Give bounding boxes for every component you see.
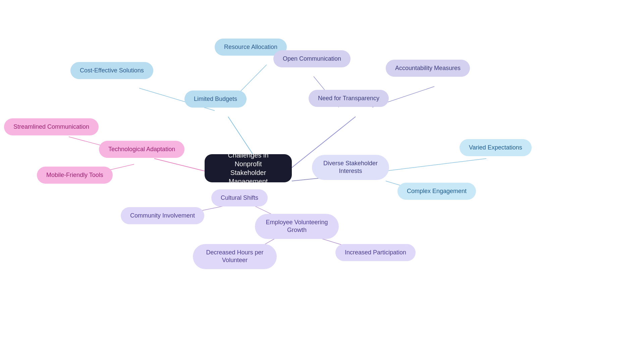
node-label: Increased Participation [345,249,406,256]
node-label: Cultural Shifts [221,194,258,202]
node-label: Open Communication [283,55,341,63]
node-technological-adaptation: Technological Adaptation [99,141,184,158]
node-cultural-shifts: Cultural Shifts [211,189,268,206]
node-diverse-stakeholder-interests: Diverse Stakeholder Interests [312,155,389,180]
node-label: Streamlined Communication [13,123,89,131]
node-label: Community Involvement [130,212,195,220]
node-label: Decreased Hours per Volunteer [202,249,267,264]
node-accountability-measures: Accountability Measures [386,60,470,77]
node-decreased-hours-per-volunteer: Decreased Hours per Volunteer [193,244,277,269]
node-streamlined-communication: Streamlined Communication [4,118,99,135]
node-increased-participation: Increased Participation [335,244,416,261]
node-open-communication: Open Communication [273,50,351,67]
node-complex-engagement: Complex Engagement [397,183,476,200]
center-node: Challenges in Nonprofit Stakeholder Mana… [205,154,292,182]
node-label: Complex Engagement [407,187,467,195]
node-label: Need for Transparency [318,95,379,102]
node-label: Employee Volunteering Growth [264,219,329,234]
center-label: Challenges in Nonprofit Stakeholder Mana… [214,151,282,186]
node-label: Accountability Measures [395,64,461,72]
node-mobile-friendly-tools: Mobile-Friendly Tools [37,167,113,184]
node-label: Varied Expectations [469,144,522,152]
node-label: Limited Budgets [194,95,237,103]
node-community-involvement: Community Involvement [121,207,204,224]
svg-line-9 [386,159,486,171]
node-label: Technological Adaptation [108,145,175,153]
node-need-for-transparency: Need for Transparency [309,90,389,107]
node-label: Diverse Stakeholder Interests [321,160,380,175]
node-cost-effective-solutions: Cost-Effective Solutions [70,62,153,79]
node-employee-volunteering-growth: Employee Volunteering Growth [255,214,339,239]
node-label: Cost-Effective Solutions [80,67,144,74]
node-label: Mobile-Friendly Tools [46,171,103,179]
node-label: Resource Allocation [224,43,277,51]
node-limited-budgets: Limited Budgets [184,90,247,108]
node-varied-expectations: Varied Expectations [460,139,532,156]
